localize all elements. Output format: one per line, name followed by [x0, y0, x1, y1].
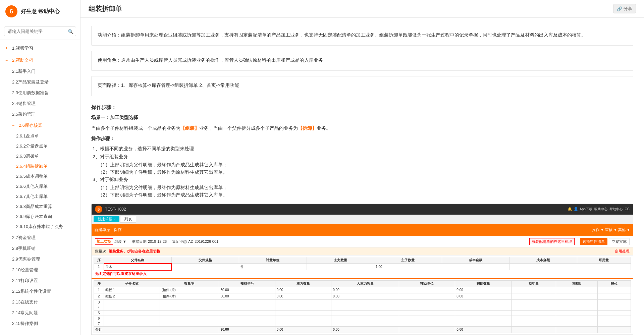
- mock-form-header: 加工类型 组装 ▼ 单据日期 2019-12-26 集团业态 AD-201912…: [92, 236, 633, 247]
- docs-sub-items: 2.1新手入门 2.2产品安装及登录 2.3使用前数据准备 2.4销售管理 2.…: [0, 66, 80, 329]
- mock-table-lower-row6: 6: [94, 316, 631, 321]
- sidebar-item-2-6-label: 2.6库存核算: [19, 122, 42, 128]
- mock-table-upper: 序 父件名称 父件规格 计量单位 主力数量 主子数量 成本金额 成本金额 可用量: [94, 257, 631, 271]
- page-path-section: 页面路径：1、库存核算->库存管理->组装拆卸单 2、首页->常用功能: [91, 76, 633, 96]
- mock-icon-bell: 🔔: [568, 207, 572, 212]
- mock-annotation3-label: 启用处理: [615, 249, 630, 254]
- expand-icon-video: +: [5, 46, 10, 51]
- sidebar-item-2-5[interactable]: 2.5采购管理: [0, 109, 80, 120]
- sidebar-item-2-2-label: 2.2产品安装及登录: [12, 79, 49, 85]
- sidebar-item-2-14[interactable]: 2.14常见问题: [0, 308, 80, 318]
- sidebar-item-2-3[interactable]: 2.3使用前数据准备: [0, 88, 80, 98]
- operation-steps-area: 操作步骤： 场景一：加工类型选择 当由多个子件材料组装成一个成品的业务为【组装】…: [91, 102, 633, 335]
- mock-top-bar: 6 TEST-H002 🔔 👤 App下载 帮助中心 帮助中心 CC: [92, 204, 633, 215]
- search-icon[interactable]: 🔍: [68, 29, 73, 34]
- mock-qty-label: 数量次: [95, 249, 106, 254]
- sidebar-item-2-6-3[interactable]: 2.6.3调拨单: [0, 151, 80, 161]
- step-item-2-2: （2）下部明细为子件明细，最终作为原材料生成其它出库单。: [91, 169, 633, 175]
- nav-section-2-6: − 2.6库存核算 2.6.1盘点单 2.6.2分量盘点单 2.6.3调拨单: [0, 120, 80, 232]
- sidebar-item-2-4[interactable]: 2.4销售管理: [0, 98, 80, 109]
- sidebar-item-2-3-label: 2.3使用前数据准备: [12, 90, 49, 96]
- mock-btn-select-bom[interactable]: 选择料件清单: [580, 238, 607, 245]
- mock-toolbar-row: 新建单据 保存 操作 ▼ 审核 ▼ 其他 ▼: [92, 224, 633, 236]
- sidebar-item-docs[interactable]: − 2.帮助文档: [0, 55, 80, 66]
- sidebar-item-video[interactable]: + 1.视频学习: [0, 43, 80, 54]
- step-item-2-1: （1）上部明细为父件明细，最终作为产成品生成其它入库单；: [91, 162, 633, 168]
- expand-icon-docs: −: [5, 58, 10, 63]
- mock-table-lower-footer: 合计 $0.00 0.00 0.00 0.00: [94, 326, 631, 333]
- sidebar-item-2-6-1[interactable]: 2.6.1盘点单: [0, 131, 80, 141]
- mock-table-lower-row5: 5: [94, 310, 631, 316]
- nav-section-docs: − 2.帮助文档 2.1新手入门 2.2产品安装及登录 2.3使用前数据准备 2…: [0, 55, 80, 329]
- sidebar-item-2-6-6[interactable]: 2.6.6其他入库单: [0, 181, 80, 191]
- expand-icon-2-6: −: [12, 123, 17, 128]
- mock-field-order: 集团业态 AD-20191226-001: [172, 239, 218, 244]
- mock-icon-user: 👤: [574, 207, 578, 212]
- sidebar-item-2-6-5[interactable]: 2.6.5成本调整单: [0, 171, 80, 181]
- sidebar-item-2-11[interactable]: 2.11打印设置: [0, 275, 80, 286]
- sidebar-item-2-9[interactable]: 2.9优惠券管理: [0, 254, 80, 265]
- sidebar-search-area: 🔍: [0, 23, 80, 40]
- sidebar-item-2-6-4[interactable]: 2.6.4组装拆卸单: [0, 161, 80, 171]
- mock-table-lower-row4: 4: [94, 305, 631, 310]
- sidebar-item-2-1[interactable]: 2.1新手入门: [0, 66, 80, 77]
- mock-sub-header: 数量次 组装业务、拆卸业务在这里切换 启用处理: [92, 247, 633, 256]
- mock-tabs-bar: 新建单据 × 列表: [92, 215, 633, 224]
- sidebar-item-2-1-label: 2.1新手入门: [12, 68, 36, 74]
- mock-annotation2-label: 组装业务、拆卸业务在这里切换: [109, 249, 160, 254]
- app-logo-text: 好生意 帮助中心: [21, 8, 60, 15]
- mock-table-lower-row7: 7: [94, 321, 631, 326]
- scene1-title: 场景一：加工类型选择: [91, 115, 633, 121]
- step-list: 1、根据不同的业务，选择不同单据的类型来处理 2、对于组装业务 （1）上部明细为…: [91, 146, 633, 198]
- sidebar-item-2-2[interactable]: 2.2产品安装及登录: [0, 77, 80, 88]
- search-input[interactable]: [4, 26, 76, 36]
- operation-steps-title: 操作步骤：: [91, 104, 633, 111]
- sidebar-logo-area: 6 好生意 帮助中心: [0, 0, 80, 23]
- step-item-3: 3、对于拆卸业务: [91, 177, 633, 183]
- sidebar-item-2-6-9[interactable]: 2.6.9库存账本查询: [0, 212, 80, 222]
- sidebar-item-2-7[interactable]: 2.7资金管理: [0, 232, 80, 243]
- sidebar-item-2-10[interactable]: 2.10经营管理: [0, 265, 80, 275]
- sidebar-item-video-label: 1.视频学习: [12, 45, 33, 51]
- nav-sub-2-6-items: 2.6.1盘点单 2.6.2分量盘点单 2.6.3调拨单 2.6.4组装拆卸单: [0, 131, 80, 232]
- sidebar-nav: + 1.视频学习 − 2.帮助文档 2.1新手入门 2.2产品安装及登录 2.3…: [0, 40, 80, 335]
- sidebar-item-2-5-label: 2.5采购管理: [12, 111, 36, 117]
- feature-intro-section: 功能介绍：组装拆卸单用来处理企业组装或拆卸等加工业务，支持有固定装配清单的产品加…: [91, 26, 633, 46]
- sidebar-item-2-6-10[interactable]: 2.6.10库存账本错了么办: [0, 222, 80, 232]
- sidebar-item-2-15[interactable]: 2.15操作案例: [0, 318, 80, 329]
- sidebar-item-2-8[interactable]: 2.8手机旺铺: [0, 243, 80, 254]
- mock-table-lower-area: 序 子件名称 数量/片 规格型号 主力数量 入主力数量 辅助单位 辅助数量 期初…: [92, 278, 633, 334]
- mock-type-label: 加工类型: [95, 238, 113, 245]
- sidebar-item-2-12[interactable]: 2.12系统个性化设置: [0, 286, 80, 297]
- mock-btn-apply[interactable]: 立案实施: [609, 238, 630, 245]
- user-role-text: 使用角色：通常由生产人员或库管人员完成拆装业务的操作，库管人员确认原材料的出库和…: [98, 56, 627, 64]
- mock-table-lower-row2: 2 雌板 2 (扣件+片) 30.00 0.00 0.00 0.00: [94, 293, 631, 299]
- sidebar-item-2-13[interactable]: 2.13在线支付: [0, 297, 80, 308]
- mock-table-lower-header: 序 子件名称 数量/片 规格型号 主力数量 入主力数量 辅助单位 辅助数量 期初…: [94, 280, 631, 287]
- mock-table-upper-area: 序 父件名称 父件规格 计量单位 主力数量 主子数量 成本金额 成本金额 可用量: [92, 256, 633, 278]
- mock-table-lower-row3: 3: [94, 299, 631, 305]
- sidebar-item-2-6-8[interactable]: 2.6.8商品成本重算: [0, 202, 80, 212]
- main-area: 组装拆卸单 🔗 分享 功能介绍：组装拆卸单用来处理企业组装或拆卸等加工业务，支持…: [80, 0, 644, 335]
- sidebar-item-2-6-7[interactable]: 2.6.7其他出库单: [0, 191, 80, 202]
- sidebar-item-2-6[interactable]: − 2.6库存核算: [0, 120, 80, 131]
- scene1-desc: 当由多个子件材料组装成一个成品的业务为【组装】业务，当由一个父件拆分成多个子产品…: [91, 124, 633, 132]
- user-role-section: 使用角色：通常由生产人员或库管人员完成拆装业务的操作，库管人员确认原材料的出库和…: [91, 51, 633, 71]
- mock-app-extra: App下载 帮助中心 帮助中心 CC: [580, 207, 630, 212]
- sidebar-item-2-4-label: 2.4销售管理: [12, 101, 36, 107]
- mock-app-bar-title: TEST-H002: [105, 207, 126, 212]
- mock-field-type: 加工类型 组装 ▼: [95, 238, 126, 245]
- sidebar-item-2-6-2[interactable]: 2.6.2分量盘点单: [0, 141, 80, 151]
- app-logo-icon: 6: [5, 5, 17, 17]
- mock-table-lower: 序 子件名称 数量/片 规格型号 主力数量 入主力数量 辅助单位 辅助数量 期初…: [94, 280, 631, 333]
- mock-annotation4-label: 无固定选件可以直接在这里录入: [94, 271, 631, 277]
- mock-toolbar-extra: 操作 ▼ 审核 ▼ 其他 ▼: [592, 227, 630, 232]
- sidebar-item-docs-label: 2.帮助文档: [12, 57, 33, 63]
- page-title: 组装拆卸单: [89, 4, 122, 13]
- mock-toolbar-btn-save: 保存: [114, 227, 122, 233]
- mock-toolbar-btn-new: 新建单据: [94, 227, 110, 233]
- share-button[interactable]: 🔗 分享: [613, 4, 636, 13]
- mock-annotation1-label: 有装配清单的在这里处理: [529, 238, 575, 245]
- mock-field-date: 单据日期 2019-12-26: [132, 239, 167, 244]
- screenshot-container: 6 TEST-H002 🔔 👤 App下载 帮助中心 帮助中心 CC 新建单据 …: [91, 204, 633, 335]
